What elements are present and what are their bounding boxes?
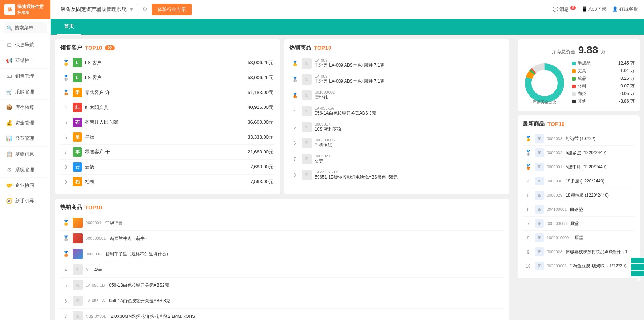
legend-color xyxy=(572,92,576,96)
product-name: 手机测试 xyxy=(315,142,502,148)
rank-medal: 🥇 xyxy=(524,136,532,141)
product-image: 图 xyxy=(535,233,544,242)
customer-avatar: 云 xyxy=(73,162,82,172)
product-image: 图 xyxy=(535,134,544,143)
rank-medal: 4 xyxy=(524,179,532,184)
product-info: 0000028 体碱嘉枝味苏打饮品400毫升（1*15） xyxy=(547,249,633,255)
hot-product-sales-row: 🥉 图 001000002 雪地靴 xyxy=(289,87,504,103)
rank-medal: 🥉 xyxy=(62,251,70,257)
customer-avatar: L xyxy=(73,73,82,82)
newest-product-row: 🥉 图 0000031 5厘中纤 (1220*2440) xyxy=(523,160,635,174)
message-badge: 6 xyxy=(570,6,576,10)
rank-medal: 5 xyxy=(62,283,70,288)
legend-value: -3.86 万 xyxy=(619,98,635,104)
hot-product-row: 7 图 NB2.0X30B 2.0X30MM双搓花轴,搓花直径2.1MM/ROH… xyxy=(60,309,504,320)
rank-medal: 4 xyxy=(62,105,70,110)
hot-products-card: 热销商品 TOP10 🥇 0000001 中华神器 🥈 000500001 新西… xyxy=(55,199,509,320)
tab-home[interactable]: 首页 xyxy=(57,19,81,35)
rank-medal: 6 xyxy=(62,298,70,304)
content-main: 销售客户 TOP10 22 🥇 L LS 客户 53,006.26元 🥈 L L… xyxy=(51,35,513,320)
rank-medal: 6 xyxy=(62,135,70,140)
sidebar-item-zijin[interactable]: 💰 资金管理 xyxy=(0,115,50,131)
newest-product-row: 6 图 004100001 白钢垫 xyxy=(523,202,635,217)
sidebar-item-xitong[interactable]: ⚙ 系统管理 xyxy=(0,162,50,178)
customer-avatar: 零 xyxy=(73,88,82,97)
rank-medal: 9 xyxy=(62,179,70,185)
purchase-icon: 🛒 xyxy=(6,89,12,95)
hot-product-sales-row: 4 图 LA-056-1A 056-1A白色按键开关盖ABS 3壳 xyxy=(289,103,504,119)
product-info: 0000002 智利车子里（规格不知道填什么） xyxy=(86,251,502,257)
sidebar-item-kucun[interactable]: 📦 库存核算 xyxy=(0,100,50,115)
sidebar-item-jichu[interactable]: 📋 基础信息 xyxy=(0,147,50,162)
product-image: 图 xyxy=(302,170,312,180)
sidebar-item-qiye[interactable]: 🤝 企业协同 xyxy=(0,178,50,193)
sidebar-item-caigou[interactable]: 🛒 采购管理 xyxy=(0,84,50,100)
message-button[interactable]: 💬 消息 6 xyxy=(553,6,576,13)
sidebar-item-xinshou[interactable]: 🧭 新手引导 xyxy=(0,193,50,209)
sidebar-item-xiaoshou[interactable]: 🏷 销售管理 xyxy=(0,69,50,84)
sidebar-search[interactable]: 🔍 搜索菜单 xyxy=(0,19,50,37)
product-info: LA-089 电池盖 LA-089 ABS本色+黑种 7.1克 xyxy=(315,58,502,69)
dropdown-icon[interactable]: ▼ xyxy=(129,7,134,12)
product-image: 图 xyxy=(73,280,83,290)
customer-amount: 51,183.00元 xyxy=(248,89,273,96)
trial-button[interactable]: 体验行业方案 xyxy=(152,4,192,15)
product-info: 0000017 10S 变利罗孩 xyxy=(315,122,502,132)
newest-product-row: 7 图 000800008 原堂 xyxy=(523,217,635,231)
legend-value: 1.01 万 xyxy=(620,68,635,74)
right-panel: 库存总资金 9.88 万 xyxy=(513,35,644,320)
hot-product-row: 🥇 0000001 中华神器 xyxy=(60,215,504,231)
sidebar-item-yingxiao[interactable]: 📢 营销推广 xyxy=(0,53,50,69)
hot-product-row: 🥈 000500001 新西兰牛肉（新牛） xyxy=(60,231,504,246)
float-live[interactable]: 直播 xyxy=(631,271,644,276)
product-code: 001000002 xyxy=(315,90,502,94)
topbar-right: 💬 消息 6 📱 App下载 👤 在线客服 xyxy=(553,6,638,13)
sidebar-item-label: 营销推广 xyxy=(15,57,34,64)
sidebar-item-jingying[interactable]: 📊 经营管理 xyxy=(0,131,50,147)
product-image: 图 xyxy=(302,154,312,164)
newest-product-row: 9 图 0000028 体碱嘉枝味苏打饮品400毫升（1*15） xyxy=(523,245,635,259)
topbar-left: 装备及固定资产辅助管理系统 ▼ ⚙ 体验行业方案 xyxy=(57,4,192,15)
sales-customer-row: 🥈 L LS 客户 53,006.26元 xyxy=(60,70,275,85)
customer-name: 红太阳文具 xyxy=(85,104,245,111)
legend-color xyxy=(572,69,576,73)
product-image: 图 xyxy=(535,262,544,270)
rank-medal: 9 xyxy=(524,249,532,255)
product-name: 电池盖 LA-089 ABS本色+黑种 7.1克 xyxy=(315,62,502,69)
rank-medal: 🥈 xyxy=(62,75,70,81)
product-name: 智利车子里（规格不知道填什么） xyxy=(105,251,171,257)
product-info: LA-056-1A 056-1A白色按键开关盖ABS 3壳 xyxy=(315,106,502,116)
gear-icon[interactable]: ⚙ xyxy=(142,6,147,13)
legend-color xyxy=(572,85,576,88)
product-image: 图 xyxy=(302,138,312,148)
tab-bar: 首页 xyxy=(51,19,644,35)
sidebar-item-label: 系统管理 xyxy=(15,167,34,173)
legend-value: 12.45 万 xyxy=(618,60,635,66)
rank-medal: 🥉 xyxy=(62,90,70,95)
sidebar-item-label: 资金管理 xyxy=(15,120,34,126)
customer-name: 档总 xyxy=(85,179,247,185)
product-info: 0000031 5厘中纤 (1220*2440) xyxy=(547,164,633,170)
hot-product-sales-row: 🥇 图 LA-089 电池盖 LA-089 ABS本色+黑种 7.1克 xyxy=(289,56,504,71)
app-download-button[interactable]: 📱 App下载 xyxy=(582,6,606,12)
rank-medal: 🥇 xyxy=(62,60,70,66)
product-image: 图 xyxy=(302,122,312,132)
customer-amount: 7,680.00元 xyxy=(250,164,273,170)
float-customer-service[interactable]: 客服热线 xyxy=(631,258,644,263)
product-info: 000800008 原堂 xyxy=(547,221,633,227)
sidebar-item-kuaijie[interactable]: ⊞ 快捷导航 xyxy=(0,37,50,53)
product-image: 图 xyxy=(535,191,544,200)
rank-medal: 🥇 xyxy=(62,220,70,226)
logo-icon: 畅 xyxy=(4,4,15,15)
product-image xyxy=(73,233,83,243)
rank-medal: 🥈 xyxy=(524,150,532,156)
legend-item: 半成品 12.45 万 xyxy=(572,60,635,66)
product-info: LA-056-1B 056-1B白色按键开关壳ABS2壳 xyxy=(86,282,502,288)
rank-medal: 5 xyxy=(62,120,70,125)
search-menu-button[interactable]: 🔍 搜索菜单 xyxy=(4,22,47,33)
online-service-button[interactable]: 👤 在线客服 xyxy=(612,6,638,12)
rank-medal: 4 xyxy=(291,108,299,114)
topbar: 装备及固定资产辅助管理系统 ▼ ⚙ 体验行业方案 💬 消息 6 📱 App下载 … xyxy=(51,0,644,19)
sidebar-item-label: 企业协同 xyxy=(15,182,34,189)
float-community[interactable]: 服务社区 xyxy=(631,264,644,270)
